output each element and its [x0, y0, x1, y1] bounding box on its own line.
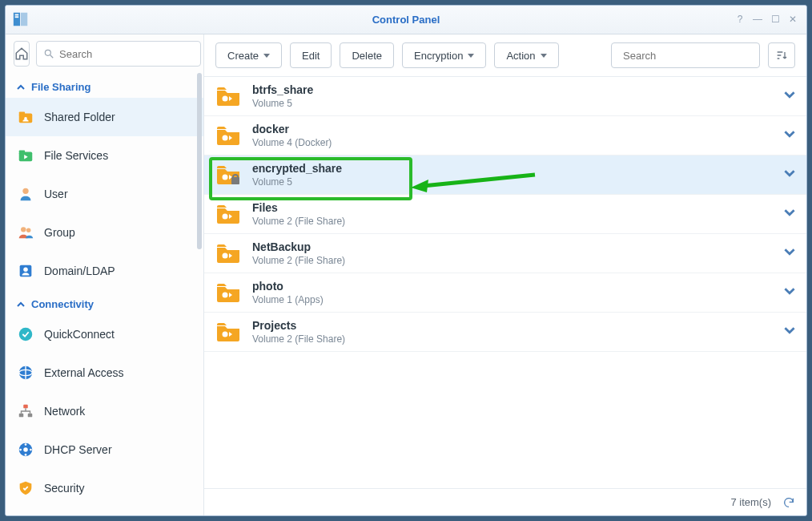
sort-button[interactable] [768, 42, 795, 68]
encryption-button[interactable]: Encryption [402, 42, 486, 68]
chevron-down-icon[interactable] [784, 89, 795, 103]
minimize-button[interactable]: — [749, 10, 766, 28]
main-search[interactable] [611, 42, 760, 68]
status-bar: 7 item(s) [204, 488, 806, 515]
sidebar-item-label: Shared Folder [44, 111, 115, 123]
svg-point-11 [22, 188, 28, 194]
chevron-down-icon[interactable] [784, 246, 795, 260]
svg-rect-10 [19, 151, 25, 154]
help-button[interactable]: ? [731, 10, 749, 28]
sidebar-search[interactable] [36, 41, 201, 67]
file-services-icon [17, 147, 34, 164]
chevron-down-icon[interactable] [784, 207, 795, 221]
svg-point-37 [223, 332, 228, 337]
sidebar-item-external-access[interactable]: External Access [6, 353, 203, 392]
svg-point-34 [223, 214, 228, 220]
sidebar: File SharingShared FolderFile ServicesUs… [6, 34, 204, 515]
shared-folder-encrypted-icon [215, 164, 241, 185]
caret-down-icon [468, 54, 474, 58]
svg-point-27 [19, 449, 22, 451]
svg-point-26 [25, 454, 27, 456]
sidebar-item-label: Security [44, 482, 85, 495]
refresh-icon[interactable] [782, 496, 795, 509]
toolbar: Create Edit Delete Encryption Action [204, 34, 806, 77]
window-controls: ? — ☐ ✕ [731, 10, 802, 28]
search-icon [43, 48, 54, 59]
section-header[interactable]: Connectivity [6, 290, 203, 315]
svg-rect-21 [19, 414, 24, 418]
folder-row[interactable]: ProjectsVolume 2 (File Share) [204, 313, 806, 352]
sidebar-item-network[interactable]: Network [6, 392, 203, 430]
sidebar-item-label: User [44, 188, 68, 200]
edit-button[interactable]: Edit [290, 42, 332, 68]
sidebar-item-user[interactable]: User [6, 175, 203, 213]
app-icon [12, 10, 30, 28]
scrollbar-thumb[interactable] [197, 73, 202, 249]
titlebar: Control Panel ? — ☐ ✕ [6, 6, 806, 34]
sidebar-item-shared-folder[interactable]: Shared Folder [6, 98, 203, 136]
sidebar-item-quickconnect[interactable]: QuickConnect [6, 315, 203, 353]
svg-line-5 [50, 55, 54, 59]
svg-point-35 [223, 253, 228, 259]
sidebar-search-input[interactable] [59, 48, 194, 60]
folder-row[interactable]: photoVolume 1 (Apps) [204, 273, 806, 313]
svg-point-16 [19, 328, 33, 341]
network-icon [17, 402, 34, 420]
sidebar-item-domain-ldap[interactable]: Domain/LDAP [6, 252, 203, 290]
sidebar-item-group[interactable]: Group [6, 213, 203, 252]
svg-rect-22 [28, 414, 33, 418]
delete-button[interactable]: Delete [340, 42, 394, 68]
sidebar-item-dhcp-server[interactable]: DHCP Server [6, 430, 203, 469]
svg-point-30 [223, 135, 228, 141]
chevron-down-icon[interactable] [784, 285, 795, 300]
sidebar-item-label: External Access [44, 366, 124, 379]
shared-folder-icon [215, 86, 241, 107]
folder-row[interactable]: FilesVolume 2 (File Share) [204, 195, 806, 234]
item-count: 7 item(s) [730, 496, 771, 508]
folder-subtitle: Volume 4 (Docker) [252, 137, 784, 148]
sidebar-item-label: File Services [44, 149, 108, 162]
sidebar-item-file-services[interactable]: File Services [6, 136, 203, 175]
folder-row[interactable]: encrypted_shareVolume 5 [204, 155, 806, 195]
folder-name: NetBackup [252, 240, 784, 253]
folder-name: photo [252, 280, 784, 293]
main-search-input[interactable] [623, 50, 758, 62]
caret-down-icon [263, 54, 270, 58]
chevron-up-icon [17, 83, 25, 91]
user-icon [17, 185, 34, 203]
chevron-down-icon[interactable] [784, 168, 795, 182]
action-button[interactable]: Action [494, 42, 558, 68]
encryption-label: Encryption [414, 50, 463, 62]
home-icon [14, 46, 29, 61]
chevron-down-icon[interactable] [784, 325, 795, 339]
folder-name: btrfs_share [252, 83, 784, 96]
folder-subtitle: Volume 5 [252, 176, 784, 188]
svg-point-4 [45, 50, 50, 55]
chevron-down-icon[interactable] [784, 128, 795, 143]
svg-point-13 [26, 228, 30, 233]
dhcp-server-icon [17, 441, 34, 458]
maximize-button[interactable]: ☐ [766, 10, 784, 28]
sidebar-scroll[interactable]: File SharingShared FolderFile ServicesUs… [6, 73, 203, 515]
close-button[interactable]: ✕ [784, 10, 802, 28]
folder-row[interactable]: dockerVolume 4 (Docker) [204, 116, 806, 155]
sidebar-item-label: QuickConnect [44, 328, 115, 341]
svg-point-28 [30, 449, 32, 451]
sidebar-item-label: Domain/LDAP [44, 265, 115, 277]
folder-name: encrypted_share [252, 162, 784, 175]
section-header[interactable]: File Sharing [6, 73, 203, 98]
svg-rect-20 [23, 405, 28, 409]
external-access-icon [17, 364, 34, 382]
folder-name: docker [252, 123, 784, 135]
svg-rect-2 [15, 14, 19, 16]
sidebar-item-security[interactable]: Security [6, 469, 203, 507]
shared-folder-icon [17, 108, 34, 126]
svg-rect-1 [21, 13, 27, 26]
control-panel-window: Control Panel ? — ☐ ✕ File SharingShar [5, 5, 807, 516]
shared-folder-icon [215, 243, 241, 264]
folder-row[interactable]: btrfs_shareVolume 5 [204, 77, 806, 116]
create-button[interactable]: Create [215, 42, 282, 68]
home-button[interactable] [14, 41, 30, 67]
folder-row[interactable]: NetBackupVolume 2 (File Share) [204, 234, 806, 273]
shared-folder-icon [215, 204, 241, 224]
